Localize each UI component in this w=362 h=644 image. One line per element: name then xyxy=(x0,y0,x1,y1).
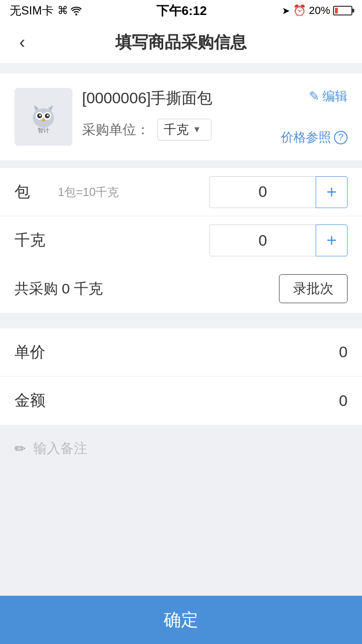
help-icon: ? xyxy=(334,131,348,144)
amount-row: 金额 0 xyxy=(0,377,362,425)
remarks-placeholder: 输入备注 xyxy=(33,439,87,458)
location-icon: ➤ xyxy=(282,5,290,16)
price-reference-button[interactable]: 价格参照 ? xyxy=(281,129,348,146)
kg-plus-icon: + xyxy=(326,230,336,251)
kg-plus-button[interactable]: + xyxy=(316,224,348,256)
kg-label: 千克 xyxy=(14,230,53,251)
bag-plus-button[interactable]: + xyxy=(316,176,348,208)
bag-number-input[interactable]: 0 xyxy=(209,176,316,208)
unit-price-row: 单价 0 xyxy=(0,328,362,377)
svg-point-1 xyxy=(33,108,54,127)
alarm-icon: ⏰ xyxy=(293,4,306,17)
battery-icon xyxy=(333,6,352,15)
battery-percent: 20% xyxy=(309,4,330,17)
pencil-icon: ✏ xyxy=(14,441,26,457)
confirm-button[interactable]: 确定 xyxy=(0,596,362,644)
section-divider-1 xyxy=(0,160,362,168)
edit-button[interactable]: ✎ 编辑 xyxy=(309,88,348,105)
status-right: ➤ ⏰ 20% xyxy=(282,4,352,17)
back-button[interactable]: ‹ xyxy=(14,28,30,57)
nav-bar: ‹ 填写商品采购信息 xyxy=(0,21,362,64)
section-divider-2 xyxy=(0,313,362,321)
edit-icon: ✎ xyxy=(309,89,320,104)
kg-input-right: 0 + xyxy=(209,224,348,256)
svg-text:智计: 智计 xyxy=(38,127,49,134)
status-time: 下午6:12 xyxy=(156,2,207,19)
input-section: 包 1包=10千克 0 + 千克 0 + xyxy=(0,168,362,265)
bag-sub-label: 1包=10千克 xyxy=(58,184,119,200)
batch-record-button[interactable]: 录批次 xyxy=(279,274,348,303)
status-left: 无SIM卡 ⌘ xyxy=(10,3,82,18)
summary-value: 0 xyxy=(62,280,70,297)
wifi-icon: ⌘ xyxy=(57,4,82,17)
summary-prefix: 共采购 xyxy=(14,279,58,299)
unit-value: 千克 xyxy=(164,121,189,138)
unit-price-label: 单价 xyxy=(14,342,45,363)
amount-label: 金额 xyxy=(14,390,45,411)
kg-input-row: 千克 0 + xyxy=(0,216,362,265)
kg-number-input[interactable]: 0 xyxy=(209,224,316,256)
content-fill-area xyxy=(0,472,362,607)
remarks-section[interactable]: ✏ 输入备注 xyxy=(0,425,362,472)
product-image: 智计 xyxy=(14,88,72,146)
unit-label-prefix: 采购单位： xyxy=(82,121,150,139)
svg-point-7 xyxy=(47,114,49,116)
confirm-label: 确定 xyxy=(164,608,198,632)
page-title: 填写商品采购信息 xyxy=(115,31,247,54)
price-ref-label: 价格参照 xyxy=(281,129,331,146)
product-card: 智计 [0000006]手撕面包 采购单位： 千克 ▼ ✎ 编辑 价格参照 ? xyxy=(0,73,362,160)
bag-input-right: 0 + xyxy=(209,176,348,208)
svg-point-6 xyxy=(39,114,41,116)
summary-unit: 千克 xyxy=(74,279,103,299)
bag-value: 0 xyxy=(259,183,267,201)
summary-row: 共采购 0 千克 录批次 xyxy=(0,265,362,313)
price-section: 单价 0 金额 0 xyxy=(0,328,362,425)
edit-label: 编辑 xyxy=(322,88,348,105)
product-logo: 智计 xyxy=(24,98,63,136)
unit-price-value: 0 xyxy=(339,343,348,361)
carrier-label: 无SIM卡 xyxy=(10,3,54,18)
bag-input-row: 包 1包=10千克 0 + xyxy=(0,168,362,216)
unit-select[interactable]: 千克 ▼ xyxy=(157,119,211,140)
unit-chevron-icon: ▼ xyxy=(193,125,201,135)
kg-value: 0 xyxy=(259,232,267,250)
bag-label: 包 xyxy=(14,182,53,203)
product-name: [0000006]手撕面包 xyxy=(82,88,348,109)
status-bar: 无SIM卡 ⌘ 下午6:12 ➤ ⏰ 20% xyxy=(0,0,362,21)
amount-value: 0 xyxy=(339,392,348,410)
bag-plus-icon: + xyxy=(326,182,336,202)
